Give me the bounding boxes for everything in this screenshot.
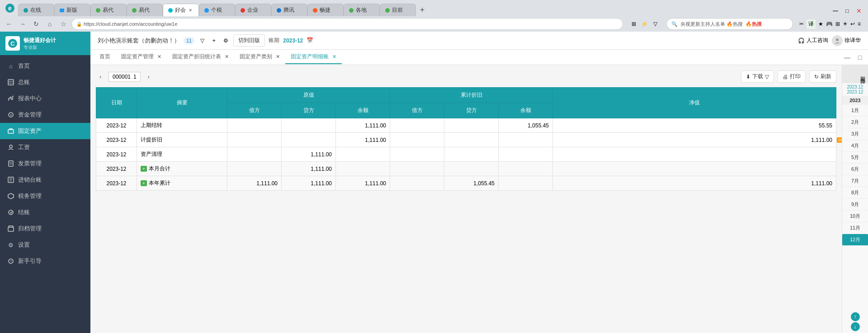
sidebar-item-fixed-assets[interactable]: 固定资产: [0, 123, 90, 139]
browser-tab-geshui[interactable]: 个税: [199, 4, 235, 16]
translate-tool[interactable]: 译: [807, 19, 816, 29]
refresh-icon: ↻: [814, 74, 819, 80]
refresh-button[interactable]: ↻: [31, 19, 42, 29]
month-item-7[interactable]: 7月: [842, 175, 868, 187]
download-button[interactable]: ⬇ 下载 ▽: [741, 70, 774, 83]
tab-asset-category-close[interactable]: ✕: [276, 54, 280, 60]
browser-tab-qiye[interactable]: 企业: [235, 4, 271, 16]
sidebar-item-settings[interactable]: ⚙ 设置: [0, 237, 90, 253]
tab-close-haohui[interactable]: ✕: [189, 8, 192, 13]
scissors-tool[interactable]: ✂: [799, 21, 804, 27]
sidebar-item-tax[interactable]: 税务管理: [0, 188, 90, 204]
scroll-up-button[interactable]: ↑: [851, 312, 860, 321]
account-number-input[interactable]: 000001 1: [108, 72, 141, 82]
cell-orig-balance: 1,111.00: [336, 176, 390, 191]
sidebar-item-reports[interactable]: 报表中心: [0, 90, 90, 107]
cell-date: 2023-12: [96, 133, 137, 147]
browser-tools: ⊞ ⚡ ▽: [626, 19, 664, 28]
sidebar-item-closing[interactable]: 结账: [0, 204, 90, 220]
scroll-down-button[interactable]: ↓: [851, 322, 860, 331]
year-total-tag: +: [141, 180, 147, 186]
sidebar-item-purchase-sales[interactable]: 进销台账: [0, 172, 90, 188]
month-item-2[interactable]: 2月: [842, 117, 868, 128]
add-company-icon[interactable]: +: [210, 37, 218, 45]
browser-tab-haohui[interactable]: 好会 ✕: [163, 4, 199, 16]
browser-tab-yidai1[interactable]: 易代: [90, 4, 127, 16]
switch-old-version-button[interactable]: 切到旧版: [233, 34, 265, 47]
home-nav-button[interactable]: ⌂: [44, 19, 55, 29]
sidebar-item-fund[interactable]: ¥ 资金管理: [0, 107, 90, 123]
layout-tool[interactable]: ⊞: [835, 21, 840, 27]
back-button[interactable]: ←: [4, 19, 14, 29]
tab-depreciation-close[interactable]: ✕: [225, 54, 229, 60]
tab-home[interactable]: 首页: [94, 50, 116, 64]
browser-tab-new[interactable]: 新版: [54, 4, 90, 16]
month-item-5[interactable]: 5月: [842, 152, 868, 164]
back-tool[interactable]: ↩: [850, 21, 855, 27]
browser-tab-tencent[interactable]: 腾讯: [271, 4, 307, 16]
calendar-icon[interactable]: 📅: [307, 37, 314, 44]
sidebar-item-archive[interactable]: 归档管理: [0, 220, 90, 237]
month-item-3[interactable]: 3月: [842, 128, 868, 140]
month-item-11[interactable]: 11月: [842, 222, 868, 234]
th-accum-balance: 余额: [499, 103, 553, 118]
sidebar-item-guide[interactable]: ? 新手引导: [0, 253, 90, 269]
minimize-button[interactable]: ─: [830, 5, 841, 16]
user-button[interactable]: 徐译华: [832, 35, 861, 46]
new-tab-button[interactable]: +: [416, 4, 429, 16]
window-minimize-icon[interactable]: —: [843, 53, 852, 62]
settings-small-icon[interactable]: ⚙: [222, 37, 230, 45]
browser-tab-yidai2[interactable]: 易代: [127, 4, 163, 16]
window-maximize-icon[interactable]: □: [855, 53, 864, 62]
sidebar-item-general-ledger[interactable]: 总账: [0, 74, 90, 90]
lightning-icon[interactable]: ⚡: [640, 19, 649, 28]
year-item[interactable]: 2023: [842, 96, 868, 105]
refresh-button[interactable]: ↻ 刷新: [809, 70, 836, 83]
next-account-button[interactable]: ›: [144, 72, 153, 81]
star-tool[interactable]: ★: [818, 21, 823, 27]
forward-button[interactable]: →: [17, 19, 28, 29]
tab-asset-ledger-close[interactable]: ✕: [332, 54, 336, 60]
support-button[interactable]: 🎧 人工咨询: [798, 37, 828, 44]
tab-fixed-assets-close[interactable]: ✕: [157, 54, 161, 60]
dropdown-icon[interactable]: ▽: [198, 37, 206, 45]
print-icon: 🖨: [783, 74, 788, 80]
tab-fixed-assets[interactable]: 固定资产管理 ✕: [116, 50, 167, 64]
month-item-1[interactable]: 1月: [842, 105, 868, 117]
sidebar-label-salary: 工资: [18, 143, 30, 151]
sidebar-item-salary[interactable]: 工资: [0, 139, 90, 155]
browser-tab-gedi[interactable]: 各地: [344, 4, 380, 16]
game-tool[interactable]: 🎮: [826, 21, 833, 27]
month-item-12[interactable]: 12月: [842, 234, 868, 246]
month-item-8[interactable]: 8月: [842, 187, 868, 199]
account-number-text: 000001: [113, 74, 131, 80]
print-button[interactable]: 🖨 打印: [778, 70, 806, 83]
bookmark-button[interactable]: ☆: [58, 19, 69, 29]
account-period-label: 账期: [269, 37, 279, 44]
expand-icon[interactable]: ▽: [651, 19, 660, 28]
sidebar-item-home[interactable]: ⌂ 首页: [0, 58, 90, 74]
month-item-9[interactable]: 9月: [842, 199, 868, 211]
browser-tab-changjie[interactable]: 畅捷: [307, 4, 344, 16]
search-bar[interactable]: 🔍 央视更新主持人名单 🔥热搜 🔥热搜: [666, 18, 793, 30]
grid-icon[interactable]: ⊞: [629, 19, 638, 28]
menu-tool[interactable]: ≡: [858, 21, 861, 27]
sidebar-item-invoice[interactable]: 发票管理: [0, 155, 90, 172]
url-input[interactable]: 🔒 https://cloud.chanjet.com/accounting/u…: [71, 18, 623, 30]
sun-tool[interactable]: ☀: [843, 21, 848, 27]
month-item-4[interactable]: 4月: [842, 140, 868, 152]
tab-depreciation-stats[interactable]: 固定资产折旧统计表 ✕: [167, 50, 234, 64]
browser-tab-online[interactable]: 在线: [18, 4, 54, 16]
period-date2: 2023.12: [844, 89, 867, 94]
sidebar-label-settings: 设置: [18, 241, 30, 249]
month-item-6[interactable]: 6月: [842, 164, 868, 175]
tab-asset-ledger[interactable]: 固定资产明细账 ✕: [285, 50, 342, 64]
close-button[interactable]: ✕: [854, 5, 864, 16]
tab-home-label: 首页: [99, 53, 110, 61]
month-item-10[interactable]: 10月: [842, 211, 868, 222]
prev-account-button[interactable]: ‹: [96, 72, 105, 81]
refresh-label: 刷新: [821, 73, 831, 80]
browser-tab-muqian[interactable]: 目前: [380, 4, 416, 16]
maximize-button[interactable]: □: [842, 5, 853, 16]
tab-asset-category[interactable]: 固定资产类别 ✕: [234, 50, 285, 64]
